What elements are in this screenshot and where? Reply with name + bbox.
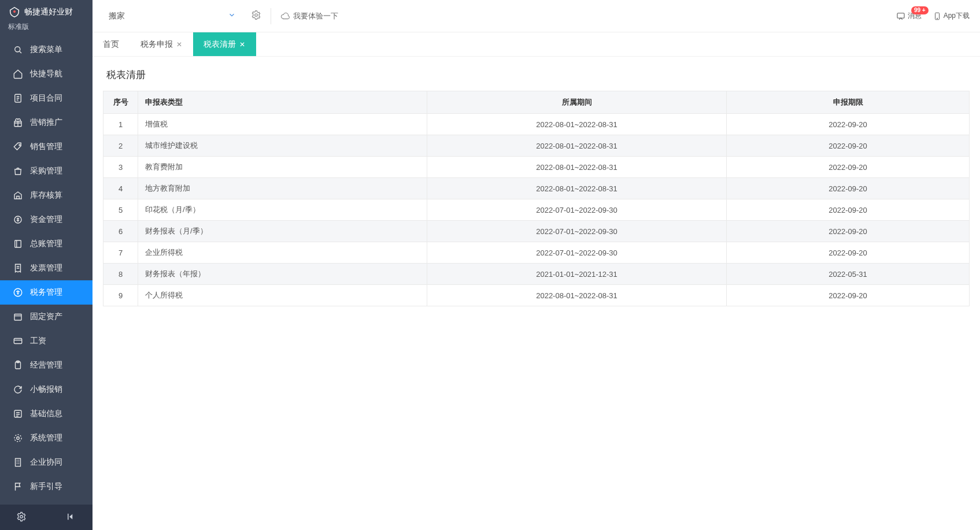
cell-type: 印花税（月/季） [138, 199, 427, 221]
sidebar-item-label: 新手引导 [30, 481, 62, 492]
cell-idx: 6 [103, 221, 138, 242]
sidebar-item-project[interactable]: 项目合同 [0, 86, 93, 110]
sidebar-item-stock[interactable]: 库存核算 [0, 183, 93, 207]
chat-icon [896, 12, 905, 21]
sidebar-item-guide[interactable]: 新手引导 [0, 475, 93, 499]
sidebar-item-asset[interactable]: 固定资产 [0, 305, 93, 329]
home-icon [13, 69, 23, 79]
cell-deadline: 2022-09-20 [727, 221, 970, 242]
table-row[interactable]: 1增值税2022-08-01~2022-08-312022-09-20 [103, 114, 970, 135]
tab-label: 税务申报 [140, 39, 173, 50]
cell-deadline: 2022-09-20 [727, 285, 970, 306]
cell-type: 企业所得税 [138, 242, 427, 264]
cell-period: 2022-07-01~2022-09-30 [427, 242, 727, 264]
svg-point-13 [14, 435, 21, 442]
table-row[interactable]: 7企业所得税2022-07-01~2022-09-302022-09-20 [103, 242, 970, 264]
table-row[interactable]: 2城市维护建设税2022-08-01~2022-08-312022-09-20 [103, 135, 970, 157]
sidebar-item-report[interactable]: 小畅报销 [0, 377, 93, 402]
reload-icon [13, 384, 23, 395]
sidebar-item-sales[interactable]: 销售管理 [0, 135, 93, 159]
cell-deadline: 2022-09-20 [727, 199, 970, 221]
sidebar-item-quicknav[interactable]: 快捷导航 [0, 62, 93, 86]
cell-idx: 2 [103, 135, 138, 157]
sidebar-item-label: 快捷导航 [30, 69, 62, 79]
table-row[interactable]: 5印花税（月/季）2022-07-01~2022-09-302022-09-20 [103, 199, 970, 221]
chevron-down-icon [228, 11, 236, 21]
table-row[interactable]: 3教育费附加2022-08-01~2022-08-312022-09-20 [103, 157, 970, 178]
sidebar-item-label: 总账管理 [30, 239, 62, 249]
app-label: App下载 [944, 11, 970, 21]
sidebar-item-label: 固定资产 [30, 312, 62, 322]
sidebar-item-label: 发票管理 [30, 263, 62, 273]
collapse-icon[interactable] [66, 512, 76, 524]
cell-idx: 9 [103, 285, 138, 306]
doc-icon [13, 93, 23, 103]
phone-icon [933, 12, 941, 21]
table-row[interactable]: 8财务报表（年报）2021-01-01~2021-12-312022-05-31 [103, 264, 970, 285]
sidebar-item-system[interactable]: 系统管理 [0, 426, 93, 450]
table-row[interactable]: 6财务报表（月/季）2022-07-01~2022-09-302022-09-2… [103, 221, 970, 242]
brand: 畅捷通好业财 [0, 0, 93, 22]
sidebar-item-label: 资金管理 [30, 214, 62, 225]
sidebar-item-label: 工资 [30, 336, 46, 346]
sidebar-item-coop[interactable]: 企业协同 [0, 450, 93, 475]
sidebar-footer [0, 505, 93, 530]
tab-label: 首页 [103, 39, 119, 50]
cell-deadline: 2022-09-20 [727, 114, 970, 135]
close-icon[interactable]: ✕ [176, 40, 182, 49]
cell-deadline: 2022-09-20 [727, 178, 970, 199]
cell-period: 2022-07-01~2022-09-30 [427, 199, 727, 221]
svg-rect-8 [14, 314, 21, 321]
sidebar-item-biz[interactable]: 经营管理 [0, 353, 93, 377]
building-icon [13, 457, 23, 468]
org-name: 搬家 [109, 11, 125, 21]
flag-icon [13, 481, 23, 492]
sidebar-item-fund[interactable]: 资金管理 [0, 207, 93, 232]
sidebar-item-label: 基础信息 [30, 409, 62, 419]
bag-icon [13, 166, 23, 176]
svg-point-18 [255, 14, 258, 17]
cell-idx: 5 [103, 199, 138, 221]
svg-rect-6 [15, 240, 21, 247]
tab-declare[interactable]: 税务申报✕ [130, 32, 193, 56]
table-row[interactable]: 9个人所得税2022-08-01~2022-08-312022-09-20 [103, 285, 970, 306]
card-icon [13, 336, 23, 346]
messages-button[interactable]: 消息 99 + [896, 11, 922, 21]
cell-idx: 8 [103, 264, 138, 285]
divider [271, 8, 271, 24]
tab-list[interactable]: 税表清册✕ [193, 32, 256, 56]
svg-rect-19 [897, 13, 904, 18]
org-selector[interactable]: 搬家 [103, 6, 242, 26]
sidebar-item-promo[interactable]: 营销推广 [0, 110, 93, 135]
tab-home[interactable]: 首页 [93, 32, 130, 56]
sidebar-item-tax[interactable]: 税务管理 [0, 280, 93, 305]
app-download-button[interactable]: App下载 [933, 11, 970, 21]
sidebar-item-ledger[interactable]: 总账管理 [0, 232, 93, 256]
sidebar-item-basic[interactable]: 基础信息 [0, 402, 93, 426]
cell-deadline: 2022-05-31 [727, 264, 970, 285]
tax-table: 序号 申报表类型 所属期间 申报期限 1增值税2022-08-01~2022-0… [103, 91, 970, 306]
cloud-icon [280, 12, 290, 21]
sidebar-item-purchase[interactable]: 采购管理 [0, 159, 93, 183]
try-label: 我要体验一下 [293, 11, 338, 21]
cell-period: 2022-08-01~2022-08-31 [427, 135, 727, 157]
cell-idx: 3 [103, 157, 138, 178]
box-icon [13, 312, 23, 322]
tabs: 首页税务申报✕税表清册✕ [93, 32, 980, 57]
cell-idx: 4 [103, 178, 138, 199]
try-link[interactable]: 我要体验一下 [280, 11, 338, 21]
coin-icon [13, 214, 23, 225]
house-icon [13, 190, 23, 201]
tab-label: 税表清册 [204, 39, 236, 50]
gear-icon[interactable] [251, 10, 261, 22]
cell-type: 增值税 [138, 114, 427, 135]
sidebar-item-label: 经营管理 [30, 360, 62, 370]
svg-point-1 [15, 47, 20, 52]
sidebar-item-salary[interactable]: 工资 [0, 329, 93, 353]
close-icon[interactable]: ✕ [239, 40, 245, 49]
sidebar-item-search[interactable]: 搜索菜单 [0, 38, 93, 62]
sidebar-item-invoice[interactable]: 发票管理 [0, 256, 93, 280]
table-row[interactable]: 4地方教育附加2022-08-01~2022-08-312022-09-20 [103, 178, 970, 199]
sidebar-item-label: 项目合同 [30, 93, 62, 103]
settings-icon[interactable] [16, 512, 27, 524]
